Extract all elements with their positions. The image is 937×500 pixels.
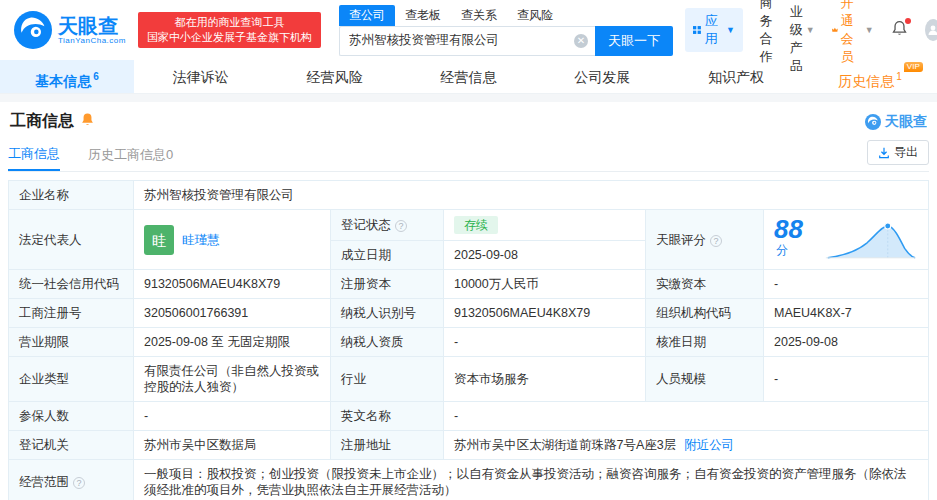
notifications-button[interactable]: [891, 20, 908, 40]
export-icon: [878, 147, 890, 159]
apps-menu[interactable]: 应用 ▼: [685, 8, 743, 52]
business-info-card: 工商信息 天眼查 工商信息 历史工商信息0 导出: [0, 102, 937, 500]
apps-label: 应用: [705, 12, 722, 48]
promo-line1: 都在用的商业查询工具: [147, 15, 312, 30]
vip-upgrade-menu[interactable]: 开通会员 ▼: [832, 0, 874, 66]
tab-operation-info[interactable]: 经营信息: [402, 60, 536, 93]
score-value: 88: [774, 214, 803, 244]
logo-domain-text: TianYanCha.com: [58, 36, 126, 45]
table-row: 统一社会信用代码 91320506MAEU4K8X79 注册资本 10000万人…: [9, 270, 929, 299]
org-code-label: 组织机构代码: [646, 299, 764, 328]
chevron-down-icon: ▼: [865, 25, 874, 35]
promo-banner: 都在用的商业查询工具 国家中小企业发展子基金旗下机构: [138, 12, 321, 48]
header-search: 查公司 查老板 查关系 查风险 ✕ 天眼一下: [339, 5, 673, 56]
reg-authority-label: 登记机关: [9, 431, 134, 460]
help-icon[interactable]: ?: [710, 235, 722, 247]
english-name-label: 英文名称: [331, 402, 444, 431]
insured-count-value: -: [134, 402, 331, 431]
vip-badge: VIP: [904, 62, 923, 72]
score-cell[interactable]: 88分: [764, 210, 929, 270]
user-account-menu[interactable]: 费米 ▼: [925, 12, 937, 48]
vip-label: 开通会员: [841, 0, 862, 66]
business-scope-label: 经营范围?: [9, 460, 134, 500]
tax-qualification-value: -: [444, 328, 646, 357]
promo-line2: 国家中小企业发展子基金旗下机构: [147, 30, 312, 45]
search-type-tabs: 查公司 查老板 查关系 查风险: [339, 5, 673, 26]
business-info-table: 企业名称 苏州智核投资管理有限公司 法定代表人 眭 眭瑾慧 登记状态? 存续: [8, 180, 929, 500]
insured-count-label: 参保人数: [9, 402, 134, 431]
table-row: 登记机关 苏州市吴中区数据局 注册地址 苏州市吴中区太湖街道前珠路7号A座3层 …: [9, 431, 929, 460]
tab-legal-litigation[interactable]: 法律诉讼: [134, 60, 268, 93]
reg-number-label: 工商注册号: [9, 299, 134, 328]
industry-value: 资本市场服务: [444, 357, 646, 402]
apps-grid-icon: [693, 24, 701, 36]
chevron-down-icon: ▼: [806, 25, 815, 35]
biz-term-label: 营业期限: [9, 328, 134, 357]
tianyancha-logo[interactable]: 天眼查 TianYanCha.com: [14, 11, 126, 49]
reg-address-value: 苏州市吴中区太湖街道前珠路7号A座3层: [454, 437, 676, 453]
section-title: 工商信息: [10, 111, 74, 132]
credit-code-label: 统一社会信用代码: [9, 270, 134, 299]
legal-rep-avatar[interactable]: 眭: [144, 225, 174, 255]
business-info-subtabs: 工商信息 历史工商信息0 导出: [8, 138, 929, 172]
approval-date-value: 2025-09-08: [764, 328, 929, 357]
reg-address-label: 注册地址: [331, 431, 444, 460]
subscribe-bell-icon[interactable]: [80, 112, 95, 131]
search-tab-risk[interactable]: 查风险: [507, 5, 563, 26]
help-icon[interactable]: ?: [73, 477, 85, 489]
search-tab-relation[interactable]: 查关系: [451, 5, 507, 26]
search-tab-boss[interactable]: 查老板: [395, 5, 451, 26]
search-tab-company[interactable]: 查公司: [339, 5, 395, 26]
search-button[interactable]: 天眼一下: [595, 26, 673, 56]
export-button[interactable]: 导出: [867, 140, 929, 165]
tab-intellectual-property[interactable]: 知识产权: [669, 60, 803, 93]
company-name-label: 企业名称: [9, 181, 134, 210]
chevron-down-icon: ▼: [726, 25, 735, 35]
tab-count: 1: [896, 71, 902, 82]
search-input[interactable]: [339, 26, 595, 56]
business-scope-value: 一般项目：股权投资；创业投资（限投资未上市企业）；以自有资金从事投资活动；融资咨…: [134, 460, 929, 500]
paid-capital-value: -: [764, 270, 929, 299]
subtab-history-registration[interactable]: 历史工商信息0: [88, 139, 173, 170]
clear-icon[interactable]: ✕: [574, 34, 588, 48]
company-section-nav: 基本信息6 法律诉讼 经营风险 经营信息 公司发展 知识产权 历史信息1 VIP: [0, 60, 937, 94]
legal-rep-link[interactable]: 眭瑾慧: [182, 232, 220, 248]
vip-crown-icon: [832, 24, 838, 36]
tab-operation-risk[interactable]: 经营风险: [268, 60, 402, 93]
logo-brand-text: 天眼查: [58, 16, 126, 36]
business-cooperation-link[interactable]: 商务合作: [760, 0, 773, 66]
tianyancha-watermark: 天眼查: [865, 113, 927, 131]
tab-count: 6: [93, 71, 99, 82]
subtab-current-registration[interactable]: 工商信息: [8, 138, 60, 171]
industry-label: 行业: [331, 357, 444, 402]
org-code-value: MAEU4K8X-7: [764, 299, 929, 328]
company-type-label: 企业类型: [9, 357, 134, 402]
table-row: 企业类型 有限责任公司（非自然人投资或控股的法人独资） 行业 资本市场服务 人员…: [9, 357, 929, 402]
nearby-companies-link[interactable]: 附近公司: [684, 437, 734, 453]
table-row: 法定代表人 眭 眭瑾慧 登记状态? 存续 天眼评分?: [9, 210, 929, 241]
table-row: 参保人数 - 英文名称 -: [9, 402, 929, 431]
english-name-value: -: [444, 402, 929, 431]
approval-date-label: 核准日期: [646, 328, 764, 357]
table-row: 经营范围? 一般项目：股权投资；创业投资（限投资未上市企业）；以自有资金从事投资…: [9, 460, 929, 500]
score-label: 天眼评分?: [646, 210, 764, 270]
tab-company-development[interactable]: 公司发展: [535, 60, 669, 93]
est-date-value: 2025-09-08: [444, 241, 646, 270]
paid-capital-label: 实缴资本: [646, 270, 764, 299]
reg-number-value: 320506001766391: [134, 299, 331, 328]
staff-size-value: -: [764, 357, 929, 402]
top-header: 天眼查 TianYanCha.com 都在用的商业查询工具 国家中小企业发展子基…: [0, 0, 937, 60]
reg-authority-value: 苏州市吴中区数据局: [134, 431, 331, 460]
tab-history-info[interactable]: 历史信息1 VIP: [803, 60, 937, 93]
company-name-value: 苏州智核投资管理有限公司: [134, 181, 929, 210]
legal-rep-cell: 眭 眭瑾慧: [134, 210, 331, 270]
table-row: 营业期限 2025-09-08 至 无固定期限 纳税人资质 - 核准日期 202…: [9, 328, 929, 357]
tab-basic-info[interactable]: 基本信息6: [0, 60, 134, 93]
tax-qualification-label: 纳税人资质: [331, 328, 444, 357]
help-icon[interactable]: ?: [395, 220, 407, 232]
table-row: 企业名称 苏州智核投资管理有限公司: [9, 181, 929, 210]
company-type-value: 有限责任公司（非自然人投资或控股的法人独资）: [134, 357, 331, 402]
est-date-label: 成立日期: [331, 241, 444, 270]
section-divider: [0, 94, 937, 102]
reg-status-value: 存续: [444, 210, 646, 241]
